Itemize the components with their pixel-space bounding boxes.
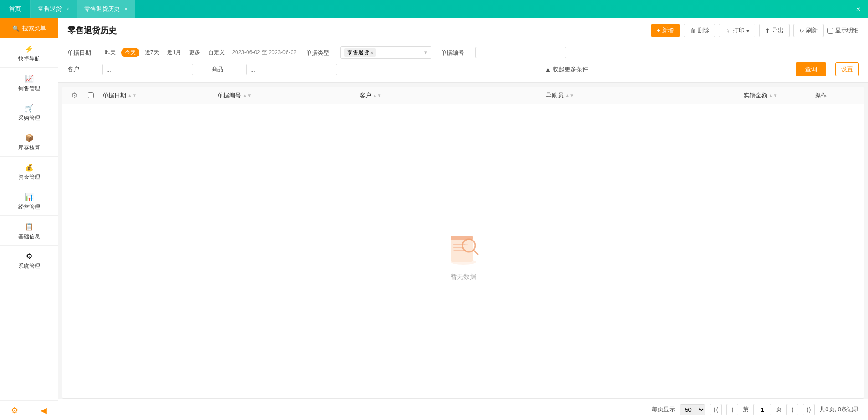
filter-row-2: 客户 商品 ▲ 收起更多条件 查询 设置	[67, 62, 859, 76]
top-bar-close[interactable]: ✕	[848, 6, 868, 13]
th-customer[interactable]: 客户 ▲▼	[356, 92, 543, 100]
sidebar-item-sales[interactable]: 📈 销售管理	[0, 68, 58, 97]
date-btn-7days[interactable]: 近7天	[142, 48, 162, 57]
delete-button[interactable]: 🗑 删除	[684, 24, 715, 37]
type-dropdown-icon: ▾	[424, 49, 427, 56]
sidebar-search[interactable]: 🔍 搜索菜单	[0, 18, 58, 38]
sidebar-item-system[interactable]: ⚙ 系统管理	[0, 246, 58, 275]
th-amount-sort-icon: ▲▼	[769, 93, 778, 98]
date-filter-label: 单据日期	[67, 49, 93, 57]
basic-info-icon: 📋	[25, 222, 34, 231]
th-guide-label: 导购员	[546, 92, 564, 100]
sidebar-item-finance-label: 资金管理	[18, 174, 40, 181]
sidebar-item-sales-label: 销售管理	[18, 85, 40, 92]
page-prev-btn[interactable]: ⟨	[726, 404, 738, 415]
show-detail-checkbox[interactable]	[827, 28, 833, 34]
th-guide[interactable]: 导购员 ▲▼	[542, 92, 684, 100]
show-detail-checkbox-wrapper[interactable]: 显示明细	[827, 26, 859, 35]
window-close-icon[interactable]: ✕	[856, 6, 861, 13]
tab-retail-return-close[interactable]: ×	[66, 6, 69, 12]
sidebar-item-purchase[interactable]: 🛒 采购管理	[0, 97, 58, 127]
sidebar-item-quick-nav[interactable]: ⚡ 快捷导航	[0, 38, 58, 68]
tab-retail-return[interactable]: 零售退货 ×	[31, 0, 77, 18]
main-layout: 🔍 搜索菜单 ⚡ 快捷导航 📈 销售管理 🛒 采购管理 📦 库存核算 💰 资金管…	[0, 18, 868, 420]
collapse-filters-btn[interactable]: ▲ 收起更多条件	[545, 65, 588, 73]
th-date[interactable]: 单据日期 ▲▼	[99, 92, 214, 100]
number-filter-input[interactable]	[475, 47, 566, 58]
page-last-btn[interactable]: ⟩⟩	[803, 404, 815, 415]
th-amount[interactable]: 实销金额 ▲▼	[684, 92, 781, 100]
export-label: 导出	[772, 26, 784, 35]
sidebar-item-inventory[interactable]: 📦 库存核算	[0, 127, 58, 157]
table-header: ⚙ 单据日期 ▲▼ 单据编号 ▲▼ 客户 ▲▼ 导购员	[62, 87, 864, 104]
number-filter-label: 单据编号	[441, 49, 466, 57]
svg-point-8	[465, 242, 469, 246]
table-select-all[interactable]	[82, 92, 99, 98]
select-all-checkbox[interactable]	[88, 92, 94, 98]
type-tag: 零售退货 ×	[344, 48, 376, 57]
goods-filter-input[interactable]	[246, 64, 337, 75]
table-container: ⚙ 单据日期 ▲▼ 单据编号 ▲▼ 客户 ▲▼ 导购员	[62, 87, 864, 399]
print-icon: 🖨	[725, 27, 731, 34]
page-first-btn[interactable]: ⟨⟨	[710, 404, 722, 415]
sidebar-item-purchase-label: 采购管理	[18, 114, 40, 122]
sidebar-item-inventory-label: 库存核算	[18, 144, 40, 152]
tab-retail-return-history[interactable]: 零售退货历史 ×	[77, 0, 135, 18]
per-page-select[interactable]: 10 20 50 100	[680, 404, 705, 415]
refresh-button[interactable]: ↻ 刷新	[793, 24, 824, 37]
th-date-sort-icon: ▲▼	[128, 93, 137, 98]
finance-icon: 💰	[25, 163, 34, 172]
th-action-label: 操作	[815, 92, 827, 100]
empty-illustration	[441, 222, 486, 267]
page-header: 零售退货历史 + 新增 🗑 删除 🖨 打印 ▾ ⬆ 导出	[58, 18, 868, 83]
total-label: 共0页, 0条记录	[819, 405, 859, 414]
sidebar-item-finance[interactable]: 💰 资金管理	[0, 157, 58, 186]
page-next-btn[interactable]: ⟩	[786, 404, 798, 415]
tab-retail-return-history-label: 零售退货历史	[84, 5, 120, 13]
type-tag-close[interactable]: ×	[370, 50, 373, 56]
goods-filter-label: 商品	[211, 65, 237, 73]
tab-home[interactable]: 首页	[0, 0, 31, 18]
sidebar-item-basic-info[interactable]: 📋 基础信息	[0, 216, 58, 246]
page-suffix: 页	[776, 405, 782, 414]
query-button[interactable]: 查询	[796, 62, 826, 76]
toolbar: + 新增 🗑 删除 🖨 打印 ▾ ⬆ 导出 ↻	[651, 24, 859, 37]
date-btn-1month[interactable]: 近1月	[164, 48, 184, 57]
customer-filter-input[interactable]	[102, 64, 193, 75]
inventory-icon: 📦	[25, 133, 34, 142]
sidebar-collapse-btn[interactable]: ◀	[41, 405, 47, 415]
sales-icon: 📈	[25, 74, 34, 83]
type-filter-select[interactable]: 零售退货 × ▾	[340, 46, 431, 59]
table-settings-btn[interactable]: ⚙	[66, 91, 82, 100]
date-btn-today[interactable]: 今天	[121, 48, 139, 57]
date-range-display: 2023-06-02 至 2023-06-02	[232, 49, 296, 56]
tab-retail-return-history-close[interactable]: ×	[124, 6, 128, 12]
settings-query-button[interactable]: 设置	[835, 62, 859, 76]
sidebar-item-operations[interactable]: 📊 经营管理	[0, 186, 58, 216]
date-btn-more[interactable]: 更多	[186, 48, 203, 57]
date-btn-custom[interactable]: 自定义	[205, 48, 227, 57]
th-customer-label: 客户	[360, 92, 371, 100]
page-label: 第	[743, 405, 749, 414]
export-button[interactable]: ⬆ 导出	[759, 24, 790, 37]
page-number-input[interactable]: 1	[753, 404, 771, 415]
print-label: 打印	[733, 26, 745, 35]
th-guide-sort-icon: ▲▼	[565, 93, 574, 98]
purchase-icon: 🛒	[25, 104, 34, 113]
svg-line-7	[473, 250, 478, 255]
add-button[interactable]: + 新增	[651, 24, 680, 37]
filter-area: 单据日期 昨天 今天 近7天 近1月 更多 自定义 2023-06-02 至 2…	[67, 42, 859, 82]
th-number[interactable]: 单据编号 ▲▼	[214, 92, 355, 100]
refresh-label: 刷新	[806, 26, 818, 35]
sidebar-settings-btn[interactable]: ⚙	[11, 405, 18, 415]
collapse-label: 收起更多条件	[553, 65, 588, 73]
system-icon: ⚙	[26, 252, 32, 261]
search-icon: 🔍	[12, 25, 20, 32]
show-detail-label: 显示明细	[835, 26, 859, 35]
date-filter-buttons: 昨天 今天 近7天 近1月 更多 自定义 2023-06-02 至 2023-0…	[102, 48, 297, 57]
delete-icon: 🗑	[690, 27, 696, 34]
th-number-sort-icon: ▲▼	[242, 93, 252, 98]
date-btn-yesterday[interactable]: 昨天	[102, 48, 118, 57]
print-button[interactable]: 🖨 打印 ▾	[719, 24, 755, 37]
sidebar-item-basic-info-label: 基础信息	[18, 233, 40, 241]
